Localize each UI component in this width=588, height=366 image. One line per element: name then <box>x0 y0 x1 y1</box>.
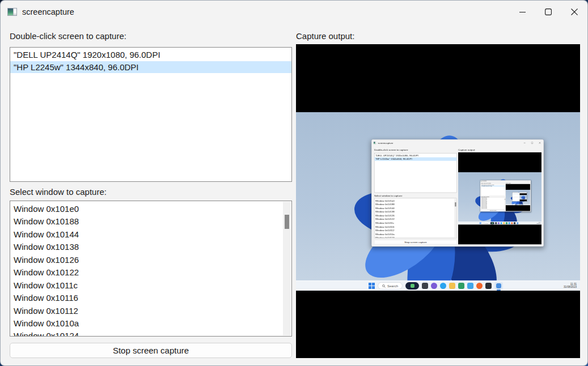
search-icon <box>382 284 386 288</box>
terminal-icon <box>485 283 492 289</box>
window-list-item[interactable]: Window 0x10122 <box>10 266 291 279</box>
start-icon <box>369 283 375 289</box>
letterbox-bottom <box>296 291 580 358</box>
minimize-button[interactable] <box>509 1 535 23</box>
capture-output-label: Capture output: <box>296 31 354 41</box>
title-bar[interactable]: screencapture <box>1 1 587 23</box>
stop-capture-button[interactable]: Stop screen capture <box>10 343 292 358</box>
close-button[interactable] <box>561 1 587 23</box>
file-explorer-icon <box>422 283 428 289</box>
letterbox-top <box>296 44 580 112</box>
window-list-item[interactable]: Window 0x101e0 <box>10 203 291 215</box>
maximize-button[interactable] <box>535 1 561 23</box>
captured-app-window: screencapture Double-click screen to cap… <box>371 139 544 247</box>
captured-taskbar: Search 11:31 31/08/2023 <box>296 280 580 291</box>
window-list-item[interactable]: Window 0x10126 <box>10 254 291 266</box>
firefox-icon <box>476 283 483 289</box>
folder-icon <box>449 283 455 289</box>
edge-icon <box>440 283 446 289</box>
close-icon <box>571 8 578 15</box>
windows-listbox[interactable]: Window 0x101e0Window 0x10188Window 0x101… <box>10 201 292 337</box>
capture-output-image: screencapture Double-click screen to cap… <box>296 44 580 358</box>
search-label: Search <box>387 284 398 288</box>
mail-icon <box>467 283 473 289</box>
windows-list-scrollbar[interactable] <box>283 202 291 335</box>
screens-listbox[interactable]: "DELL UP2414Q" 1920x1080, 96.0DPI"HP L22… <box>10 47 292 182</box>
scrollbar-thumb[interactable] <box>285 215 289 229</box>
captured-screen-recursive-image: screencapture Double-click screen to cap… <box>371 139 544 246</box>
widgets-icon <box>405 282 419 290</box>
window-list-item[interactable]: Window 0x10188 <box>10 215 291 228</box>
screencapture-window: screencapture Double-click screen to cap… <box>0 0 588 366</box>
window-list-item[interactable]: Window 0x10144 <box>10 228 291 241</box>
window-list-item[interactable]: Window 0x1010a <box>10 317 291 330</box>
screen-list-item[interactable]: "DELL UP2414Q" 1920x1080, 96.0DPI <box>10 49 291 61</box>
screencapture-active-icon <box>496 283 501 288</box>
captured-desktop: screencapture Double-click screen to cap… <box>296 112 580 291</box>
window-list-item[interactable]: Window 0x10138 <box>10 241 291 253</box>
store-icon <box>458 283 464 289</box>
window-title: screencapture <box>22 7 74 16</box>
minimize-icon <box>519 9 526 15</box>
active-app-indicator <box>494 282 503 290</box>
windows-label: Select window to capture: <box>10 187 107 197</box>
screens-label: Double-click screen to capture: <box>10 31 126 41</box>
screen-list-item[interactable]: "HP L2245w" 1344x840, 96.0DPI <box>10 61 291 74</box>
chat-icon <box>431 283 437 289</box>
taskbar-clock: 11:31 31/08/2023 <box>564 283 577 289</box>
window-list-item[interactable]: Window 0x10112 <box>10 305 291 317</box>
window-list-item[interactable]: Window 0x10116 <box>10 292 291 304</box>
app-icon <box>7 8 17 16</box>
window-list-item[interactable]: Window 0x10124 <box>10 330 291 337</box>
clock-date: 31/08/2023 <box>564 286 577 289</box>
taskbar-search: Search <box>378 282 403 290</box>
maximize-icon <box>545 8 552 15</box>
window-list-item[interactable]: Window 0x1011c <box>10 279 291 292</box>
